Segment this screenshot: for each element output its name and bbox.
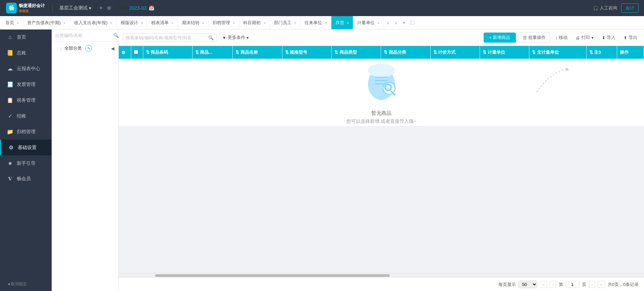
left-panel: 🔍 ⋮⋮ 全部分类 ✎ ◀ — [52, 30, 119, 291]
period-badge: 账期 2023-03 📅 — [118, 5, 154, 11]
empty-illustration — [360, 59, 403, 103]
tab-close-all-btn[interactable]: × — [400, 16, 408, 30]
sidebar-label-tax: 税务管理 — [17, 97, 36, 103]
move-btn[interactable]: ↕ 移动 — [553, 33, 571, 42]
tab-close-department[interactable]: × — [294, 21, 296, 25]
tab-close-archive[interactable]: × — [233, 21, 235, 25]
category-edit-icon[interactable]: ✎ — [85, 45, 92, 52]
unpin-label: ◄取消固定 — [7, 281, 27, 287]
tab-unit[interactable]: 计量单位 × — [353, 16, 384, 30]
export-btn[interactable]: ⬆ 导出 — [621, 33, 640, 42]
category-all[interactable]: ⋮⋮ 全部分类 ✎ ◀ — [52, 42, 118, 55]
category-search-btn[interactable]: 🔍 — [113, 33, 119, 38]
calendar-icon[interactable]: 📅 — [149, 5, 154, 11]
unpin-btn[interactable]: ◄取消固定 — [0, 277, 52, 291]
page-label: 第 — [559, 282, 563, 288]
account-btn[interactable]: 会计 — [621, 3, 639, 13]
tab-close-income[interactable]: × — [110, 21, 112, 25]
import-btn[interactable]: ⬇ 导入 — [599, 33, 618, 42]
sidebar-item-guide[interactable]: ★ 新手引导 — [0, 155, 52, 171]
guide-icon: ★ — [7, 160, 13, 166]
table-gear-icon: ⚙ — [121, 50, 125, 55]
sidebar-item-ledger[interactable]: 📒 总账 — [0, 45, 52, 61]
tab-close-home[interactable]: × — [17, 21, 19, 25]
tab-subjectinitial[interactable]: 科目期初 × — [239, 16, 270, 30]
tab-taxclear[interactable]: 税表清单 × — [147, 16, 178, 30]
tab-archive[interactable]: 归档管理 × — [209, 16, 239, 30]
tax-icon: 📋 — [7, 97, 13, 103]
tab-income[interactable]: 收入支出表(年报) × — [70, 16, 117, 30]
last-page-btn[interactable]: » — [598, 281, 605, 288]
home-icon: ⌂ — [7, 34, 13, 40]
horizontal-scrollbar[interactable] — [119, 273, 644, 278]
tab-expand-btn[interactable]: ⛶ — [408, 16, 416, 30]
sidebar-label-settings: 基础设置 — [18, 145, 37, 151]
scroll-thumb[interactable] — [155, 274, 390, 277]
sidebar-item-member[interactable]: V 畅会员 — [0, 171, 52, 187]
right-main: 🔍 ▼ 更多条件 ▾ + 新增商品 ☰ 批量操作 ↕ 移动 — [119, 30, 644, 291]
tab-inventory[interactable]: 存货 × — [331, 16, 353, 30]
tab-close-counterpart[interactable]: × — [325, 21, 327, 25]
add-product-btn[interactable]: + 新增商品 — [484, 33, 516, 43]
th-barcode: ⇅ 商品条码 — [143, 46, 192, 59]
header-actions: 🎧 人工咨询 会计 — [593, 3, 639, 13]
category-search-input[interactable] — [55, 33, 111, 38]
tab-close-template[interactable]: × — [141, 21, 143, 25]
tab-next-btn[interactable]: › — [392, 16, 400, 30]
th-unit: ⇅ 计量单位 — [480, 46, 529, 59]
settings-icon: ⚙ — [8, 144, 14, 151]
print-btn[interactable]: 🖨 打印 ▾ — [573, 33, 596, 42]
category-all-label: 全部分类 — [64, 45, 82, 51]
company-selector[interactable]: 基层工会测试 ▾ — [59, 5, 91, 11]
product-search-input[interactable] — [126, 35, 206, 40]
more-filter-btn[interactable]: ▼ 更多条件 ▾ — [219, 33, 252, 42]
empty-state: 暂无商品 您可以选择新增,或者直接导入哦~ — [119, 59, 644, 126]
add-btn[interactable]: + — [99, 5, 103, 12]
sidebar-label-home: 首页 — [17, 34, 26, 40]
search-box: 🔍 — [123, 34, 217, 42]
settings-btn[interactable]: ⚙ — [107, 5, 111, 11]
tab-close-taxclear[interactable]: × — [171, 21, 173, 25]
sidebar-item-settings[interactable]: ⚙ 基础设置 — [0, 140, 52, 155]
prev-page-btn[interactable]: ‹ — [550, 281, 556, 288]
category-collapse-icon[interactable]: ◀ — [111, 46, 114, 51]
page-input[interactable] — [566, 281, 579, 288]
sidebar-item-invoice[interactable]: 🧾 发票管理 — [0, 77, 52, 92]
tab-close-balance[interactable]: × — [63, 21, 65, 25]
consult-icon: 🎧 — [593, 6, 598, 11]
tab-close-periodend[interactable]: × — [202, 21, 204, 25]
sidebar-item-tax[interactable]: 📋 税务管理 — [0, 92, 52, 108]
batch-op-btn[interactable]: ☰ 批量操作 — [519, 32, 550, 43]
svg-point-9 — [386, 86, 390, 89]
th-actions: 操作 — [617, 46, 644, 59]
next-page-btn[interactable]: › — [589, 281, 595, 288]
first-page-btn[interactable]: « — [540, 281, 547, 288]
sidebar-label-ledger: 总账 — [17, 50, 26, 56]
per-page-select[interactable]: 50 100 200 — [519, 281, 537, 288]
tab-counterpart[interactable]: 往来单位 × — [301, 16, 331, 30]
tab-template[interactable]: 模版设计 × — [117, 16, 147, 30]
th-checkbox[interactable] — [131, 46, 143, 59]
tab-prev-btn[interactable]: ‹ — [384, 16, 392, 30]
sidebar-item-home[interactable]: ⌂ 首页 — [0, 30, 52, 45]
tab-home[interactable]: 首页 × — [1, 16, 23, 30]
tab-periodend[interactable]: 期末结转 × — [178, 16, 209, 30]
search-submit-icon[interactable]: 🔍 — [208, 35, 214, 40]
tab-department[interactable]: 部门员工 × — [270, 16, 301, 30]
th-gear[interactable]: ⚙ — [119, 46, 131, 59]
export-icon: ⬆ — [624, 35, 627, 40]
per-page-label: 每页显示 — [498, 282, 516, 288]
tab-close-subjectinitial[interactable]: × — [263, 21, 265, 25]
empty-title: 暂无商品 — [371, 110, 391, 116]
sidebar-item-report[interactable]: ☁ 云报表中心 — [0, 61, 52, 77]
product-table-container: ⚙ ⇅ 商品条码 ⇅ 商品... ⇅ — [119, 46, 644, 273]
tab-close-inventory[interactable]: × — [347, 21, 349, 25]
select-all-checkbox[interactable] — [134, 50, 138, 54]
tab-close-unit[interactable]: × — [377, 21, 379, 25]
consult-btn[interactable]: 🎧 人工咨询 — [593, 5, 617, 11]
sidebar-label-member: 畅会员 — [17, 176, 31, 182]
th-code: ⇅ 商品... — [192, 46, 233, 59]
sidebar-item-close[interactable]: ✓ 结账 — [0, 108, 52, 124]
sidebar-item-archivemgmt[interactable]: 📁 归档管理 — [0, 124, 52, 140]
tab-balance[interactable]: 资产负债表(中期) × — [23, 16, 70, 30]
